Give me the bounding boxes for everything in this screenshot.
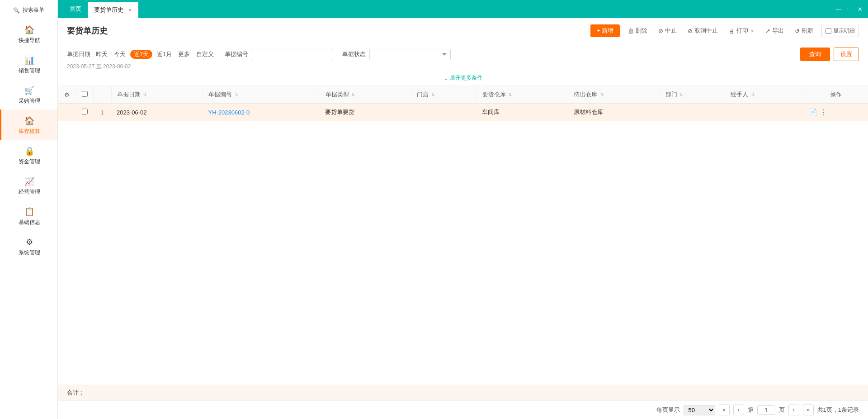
row-action-cell: 📄 ⋮ (803, 104, 868, 121)
col-pending-warehouse[interactable]: 待出仓库 ⇅ (568, 86, 660, 104)
page-header: 要货单历史 + 新增 🗑 删除 ⊘ 中止 ⊘ 取消中止 🖨 打印 (58, 18, 868, 42)
col-store[interactable]: 门店 ⇅ (411, 86, 476, 104)
action-icons: 📄 ⋮ (809, 108, 863, 116)
first-page-button[interactable]: « (719, 405, 730, 415)
window-maximize-icon[interactable]: □ (848, 6, 851, 13)
stop-button[interactable]: ⊘ 中止 (656, 25, 679, 37)
sidebar-search-label: 搜索菜单 (23, 6, 44, 14)
print-dropdown-icon: ▼ (750, 29, 755, 33)
col-bill-no[interactable]: 单据编号 ⇅ (203, 86, 320, 104)
row-store (411, 104, 476, 121)
cancel-stop-label: 取消中止 (694, 27, 718, 35)
print-icon: 🖨 (729, 28, 735, 34)
date-today[interactable]: 今天 (112, 50, 127, 59)
per-page-select[interactable]: 50 10 20 100 (684, 405, 715, 415)
sidebar-purchase-label: 采购管理 (19, 97, 40, 105)
row-bill-no-link[interactable]: YH-20230602-0 (208, 109, 250, 116)
export-button[interactable]: ↗ 导出 (763, 25, 787, 37)
next-page-button[interactable]: › (788, 405, 799, 415)
expand-more-button[interactable]: ⌄ 展开更多条件 (67, 74, 859, 82)
col-date[interactable]: 单据日期 ⇅ (111, 86, 203, 104)
page-label2: 页 (779, 406, 785, 414)
page-label: 第 (748, 406, 754, 414)
row-settings-cell (58, 104, 76, 121)
sidebar-sales-label: 销售管理 (19, 67, 40, 75)
filter-group-bill-no: 单据编号 (225, 49, 333, 60)
date-1month[interactable]: 近1月 (155, 50, 174, 59)
col-bill-type[interactable]: 单据类型 ⇅ (320, 86, 411, 104)
export-label: 导出 (772, 27, 784, 35)
row-view-icon[interactable]: 📄 (809, 108, 817, 116)
sidebar-item-search-menu[interactable]: 🔍 搜索菜单 (0, 0, 57, 19)
col-dept[interactable]: 部门 ⇅ (660, 86, 725, 104)
sidebar-operations-label: 经营管理 (19, 188, 40, 196)
operations-icon: 📈 (24, 176, 34, 186)
top-bar: 首页 要货单历史 ✕ — □ ✕ (58, 0, 868, 18)
bill-type-sort-icon: ⇅ (351, 92, 355, 97)
new-button[interactable]: + 新增 (590, 24, 620, 37)
sidebar-item-finance[interactable]: 🔒 资金管理 (0, 140, 57, 170)
last-page-button[interactable]: » (803, 405, 814, 415)
delete-label: 删除 (636, 27, 647, 35)
display-detail-button[interactable]: 显示明细 (821, 25, 859, 37)
select-all-checkbox[interactable] (82, 91, 88, 97)
col-handler[interactable]: 经手人 ⇅ (725, 86, 803, 104)
date-yesterday[interactable]: 昨天 (94, 50, 109, 59)
search-icon: 🔍 (13, 7, 20, 14)
total-info: 共1页，1条记录 (817, 406, 859, 414)
finance-icon: 🔒 (24, 146, 34, 156)
purchase-icon: 🛒 (24, 86, 34, 95)
table-settings-icon[interactable]: ⚙ (64, 91, 70, 98)
table-footer: 合计： (58, 385, 868, 400)
filter-row-1: 单据日期 昨天 今天 近7天 近1月 更多 自定义 单据编号 单据状态 (67, 48, 859, 61)
tab-requisition-label: 要货单历史 (94, 6, 123, 14)
handler-sort-icon: ⇅ (751, 92, 755, 97)
table-row: 1 2023-06-02 YH-20230602-0 要货单要货 车间库 原材料… (58, 104, 868, 121)
delete-icon: 🗑 (628, 28, 634, 34)
current-page-input[interactable] (757, 405, 775, 415)
pending-warehouse-sort-icon: ⇅ (600, 92, 604, 97)
main-area: 首页 要货单历史 ✕ — □ ✕ 要货单历史 + 新增 🗑 删除 ⊘ 中 (58, 0, 868, 419)
tab-requisition-history[interactable]: 要货单历史 ✕ (88, 2, 138, 18)
sidebar-system-label: 系统管理 (19, 249, 40, 257)
refresh-button[interactable]: ↺ 刷新 (792, 25, 816, 37)
sales-icon: 📊 (24, 55, 34, 65)
bill-status-label: 单据状态 (342, 50, 366, 58)
sidebar-item-operations[interactable]: 📈 经营管理 (0, 170, 57, 200)
prev-page-button[interactable]: ‹ (733, 405, 744, 415)
sidebar-item-sales[interactable]: 📊 销售管理 (0, 49, 57, 79)
sidebar-item-quick-nav[interactable]: 🏠 快捷导航 (0, 19, 57, 49)
date-custom[interactable]: 自定义 (194, 50, 216, 59)
cancel-stop-button[interactable]: ⊘ 取消中止 (685, 25, 721, 37)
bill-no-input[interactable] (252, 49, 333, 60)
sidebar-item-inventory[interactable]: 🏠 库存核算 (0, 110, 57, 140)
row-more-icon[interactable]: ⋮ (820, 108, 827, 116)
tab-home[interactable]: 首页 (63, 0, 88, 18)
display-detail-checkbox[interactable] (826, 28, 831, 34)
tab-close-icon[interactable]: ✕ (128, 7, 132, 13)
stop-icon: ⊘ (658, 28, 663, 34)
settings-button[interactable]: 设置 (834, 48, 859, 61)
print-button[interactable]: 🖨 打印 ▼ (726, 25, 757, 37)
row-dept (660, 104, 725, 121)
query-button[interactable]: 查询 (800, 48, 830, 61)
col-settings[interactable]: ⚙ (58, 86, 76, 104)
pagination: 每页显示 50 10 20 100 « ‹ 第 页 › » 共1页，1条记录 (58, 400, 868, 419)
sidebar-item-purchase[interactable]: 🛒 采购管理 (0, 79, 57, 110)
bill-no-sort-icon: ⇅ (235, 92, 238, 97)
expand-icon: ⌄ (443, 75, 448, 81)
row-checkbox[interactable] (82, 109, 88, 114)
col-req-warehouse[interactable]: 要货仓库 ⇅ (476, 86, 568, 104)
sidebar-item-system[interactable]: ⚙ 系统管理 (0, 231, 57, 261)
bill-status-select[interactable] (369, 49, 451, 60)
date-7days[interactable]: 近7天 (130, 50, 152, 59)
window-close-icon[interactable]: ✕ (858, 6, 863, 13)
window-minimize-icon[interactable]: — (835, 6, 841, 13)
row-date: 2023-06-02 (111, 104, 203, 121)
export-icon: ↗ (765, 28, 770, 34)
sidebar-basic-info-label: 基础信息 (19, 219, 40, 226)
cancel-stop-icon: ⊘ (688, 28, 693, 34)
delete-button[interactable]: 🗑 删除 (625, 25, 650, 37)
sidebar-item-basic-info[interactable]: 📋 基础信息 (0, 200, 57, 231)
date-more[interactable]: 更多 (176, 50, 192, 59)
